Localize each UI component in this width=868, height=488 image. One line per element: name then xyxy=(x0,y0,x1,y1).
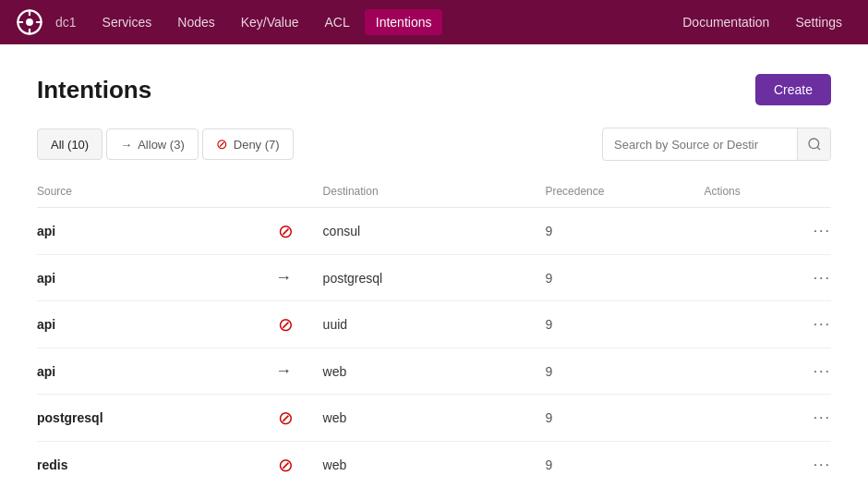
destination-name: postgresql xyxy=(323,255,546,301)
page-header: Intentions Create xyxy=(37,74,831,105)
source-name: api xyxy=(37,224,55,238)
actions-menu[interactable]: ··· xyxy=(814,409,831,425)
svg-line-7 xyxy=(817,147,820,150)
precedence-value: 9 xyxy=(545,224,552,238)
col-header-source: Source xyxy=(37,179,275,208)
table-row: postgresql ⊘ web 9 ··· xyxy=(37,395,831,442)
deny-icon: ⊘ xyxy=(275,408,295,428)
nav-intentions[interactable]: Intentions xyxy=(365,9,443,35)
intentions-table: Source Destination Precedence Actions ap… xyxy=(37,179,831,488)
allow-icon: → xyxy=(275,268,292,287)
nav-services[interactable]: Services xyxy=(91,9,163,35)
nav-settings[interactable]: Settings xyxy=(784,9,853,35)
page-title: Intentions xyxy=(37,76,151,104)
search-icon xyxy=(807,137,822,152)
table-row: api → web 9 ··· xyxy=(37,348,831,395)
nav-keyvalue[interactable]: Key/Value xyxy=(230,9,310,35)
search-box xyxy=(602,128,831,161)
col-header-icon xyxy=(275,179,323,208)
destination-name: web xyxy=(323,348,546,395)
col-header-precedence: Precedence xyxy=(545,179,704,208)
deny-icon: ⊘ xyxy=(275,314,295,335)
create-button[interactable]: Create xyxy=(755,74,831,105)
nav-nodes[interactable]: Nodes xyxy=(166,9,225,35)
table-row: api ⊘ uuid 9 ··· xyxy=(37,301,831,348)
filter-deny[interactable]: ⊘ Deny (7) xyxy=(202,128,294,160)
source-name: api xyxy=(37,271,55,286)
actions-menu[interactable]: ··· xyxy=(814,270,831,286)
deny-icon: ⊘ xyxy=(216,136,228,152)
source-name: api xyxy=(37,317,55,332)
allow-arrow-icon: → xyxy=(120,138,132,152)
actions-menu[interactable]: ··· xyxy=(814,363,831,379)
destination-name: web xyxy=(323,442,546,489)
filter-allow-label: Allow (3) xyxy=(138,138,185,152)
consul-logo xyxy=(15,7,44,37)
table-row: api → postgresql 9 ··· xyxy=(37,255,831,301)
destination-name: consul xyxy=(323,208,546,255)
source-name: postgresql xyxy=(37,410,103,425)
dc-label: dc1 xyxy=(55,15,77,30)
nav-links: Services Nodes Key/Value ACL Intentions xyxy=(91,9,672,35)
actions-menu[interactable]: ··· xyxy=(814,457,831,472)
nav-right: Documentation Settings xyxy=(671,9,853,35)
destination-name: web xyxy=(323,395,546,442)
svg-point-6 xyxy=(809,139,819,149)
precedence-value: 9 xyxy=(545,271,552,286)
search-button[interactable] xyxy=(797,128,830,161)
precedence-value: 9 xyxy=(545,364,552,379)
filter-all[interactable]: All (10) xyxy=(37,128,102,160)
col-header-destination: Destination xyxy=(323,179,546,208)
source-name: api xyxy=(37,364,55,379)
destination-name: uuid xyxy=(323,301,546,348)
nav-acl[interactable]: ACL xyxy=(314,9,361,35)
navbar: dc1 Services Nodes Key/Value ACL Intenti… xyxy=(0,0,868,44)
deny-icon: ⊘ xyxy=(275,455,295,475)
svg-point-1 xyxy=(26,18,33,26)
actions-menu[interactable]: ··· xyxy=(814,223,831,238)
precedence-value: 9 xyxy=(545,458,552,472)
actions-menu[interactable]: ··· xyxy=(814,316,831,332)
allow-icon: → xyxy=(275,361,292,381)
main-content: Intentions Create All (10) → Allow (3) ⊘… xyxy=(0,44,868,488)
table-row: api ⊘ consul 9 ··· xyxy=(37,208,831,255)
filter-tabs: All (10) → Allow (3) ⊘ Deny (7) xyxy=(37,128,294,160)
table-row: redis ⊘ web 9 ··· xyxy=(37,442,831,489)
search-input[interactable] xyxy=(603,138,797,152)
col-header-actions: Actions xyxy=(704,179,831,208)
deny-icon: ⊘ xyxy=(275,221,295,241)
filter-deny-label: Deny (7) xyxy=(234,138,280,152)
precedence-value: 9 xyxy=(545,410,552,425)
nav-documentation[interactable]: Documentation xyxy=(671,9,780,35)
filter-row: All (10) → Allow (3) ⊘ Deny (7) xyxy=(37,128,831,161)
precedence-value: 9 xyxy=(545,317,552,332)
filter-allow[interactable]: → Allow (3) xyxy=(106,128,199,160)
source-name: redis xyxy=(37,458,67,472)
